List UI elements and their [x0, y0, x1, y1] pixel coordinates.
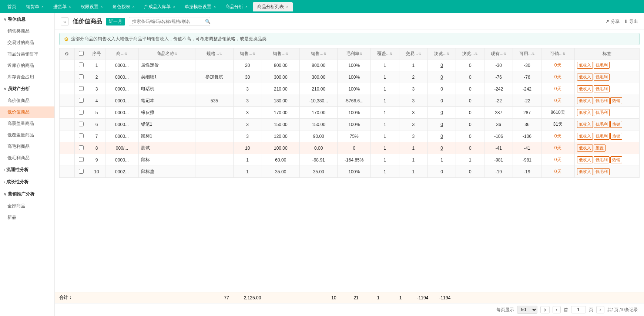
col-spec[interactable]: 规格...⇅	[195, 48, 233, 60]
sidebar-item-all-products[interactable]: 全部商品	[0, 200, 54, 212]
cell-checkbox[interactable]	[74, 130, 88, 142]
sidebar-item-stock-capital[interactable]: 库存资金占用	[0, 71, 54, 83]
sidebar-item-low-gross[interactable]: 低毛利商品	[0, 152, 54, 164]
row-checkbox[interactable]	[79, 62, 84, 67]
share-button[interactable]: ↗ 分享	[606, 18, 620, 25]
cell-checkbox[interactable]	[74, 95, 88, 107]
browse1-link[interactable]: 1	[440, 157, 443, 163]
cell-browse1[interactable]: 0	[427, 60, 456, 71]
browse1-link[interactable]: 0	[440, 110, 443, 115]
nav-role-auth[interactable]: 角色授权 ×	[108, 2, 139, 11]
sidebar-item-category-sales-rate[interactable]: 商品分类销售率	[0, 48, 54, 60]
sidebar-section-liquidity[interactable]: › 流通性分析	[0, 164, 54, 176]
cell-checkbox[interactable]	[74, 142, 88, 154]
cell-checkbox[interactable]	[74, 83, 88, 95]
col-s3[interactable]: 销售...⇅	[300, 48, 338, 60]
browse1-link[interactable]: 0	[440, 98, 443, 103]
row-checkbox[interactable]	[79, 157, 84, 162]
per-page-select[interactable]: 50 100 200	[517, 306, 537, 314]
first-page-button[interactable]: |‹	[540, 306, 550, 313]
cell-checkbox[interactable]	[74, 166, 88, 178]
col-checkbox[interactable]	[74, 48, 88, 60]
row-checkbox[interactable]	[79, 86, 84, 91]
col-s2[interactable]: 销售...⇅	[262, 48, 299, 60]
col-avail[interactable]: 可用...⇅	[513, 48, 541, 60]
sidebar-item-high-coverage[interactable]: 高覆盖量商品	[0, 118, 54, 129]
page-input[interactable]	[571, 306, 586, 313]
sidebar-section-marketing[interactable]: ∨ 营销推广分析	[0, 188, 54, 200]
cell-checkbox[interactable]	[74, 107, 88, 119]
close-icon[interactable]: ×	[41, 5, 44, 9]
cell-browse1[interactable]: 1	[427, 154, 456, 166]
nav-sales-order[interactable]: 销货单 ×	[21, 2, 48, 11]
cell-browse1[interactable]: 0	[427, 107, 456, 119]
export-button[interactable]: ⬇ 导出	[624, 18, 638, 25]
sidebar-item-near-stock[interactable]: 近库存的商品	[0, 60, 54, 71]
search-icon[interactable]: 🔍	[205, 19, 211, 24]
col-saleable[interactable]: 可销...⇅	[541, 48, 574, 60]
prev-page-button[interactable]: ‹	[553, 306, 561, 313]
nav-product-analysis[interactable]: 商品分析 ×	[221, 2, 252, 11]
row-checkbox[interactable]	[79, 169, 84, 174]
sidebar-item-low-coverage[interactable]: 低覆盖量商品	[0, 129, 54, 141]
nav-home[interactable]: 首页	[3, 2, 21, 11]
close-icon[interactable]: ×	[214, 5, 216, 9]
col-cover[interactable]: 覆盖...⇅	[371, 48, 399, 60]
sidebar-item-high-value[interactable]: 高价值商品	[0, 95, 54, 106]
cell-browse1[interactable]: 0	[427, 83, 456, 95]
nav-product-analysis-list[interactable]: 商品分析列表 ×	[253, 2, 293, 11]
row-checkbox[interactable]	[79, 74, 84, 79]
col-code[interactable]: 商...⇅	[105, 48, 139, 60]
row-checkbox[interactable]	[79, 133, 84, 138]
nav-product-inbound[interactable]: 产成品入库单 ×	[140, 2, 180, 11]
browse1-link[interactable]: 0	[440, 75, 443, 80]
next-page-button[interactable]: ›	[596, 306, 604, 313]
row-checkbox[interactable]	[79, 145, 84, 150]
sidebar-item-traded-products[interactable]: 交易过的商品	[0, 37, 54, 48]
nav-purchase-order[interactable]: 进货单 ×	[49, 2, 76, 11]
cell-browse1[interactable]: 0	[427, 95, 456, 107]
sidebar-item-high-gross[interactable]: 高毛利商品	[0, 141, 54, 152]
nav-template-settings[interactable]: 单据模板设置 ×	[180, 2, 220, 11]
search-input[interactable]	[129, 17, 210, 26]
col-trade[interactable]: 交易...⇅	[399, 48, 427, 60]
close-icon[interactable]: ×	[286, 5, 288, 9]
cell-checkbox[interactable]	[74, 60, 88, 71]
browse1-link[interactable]: 0	[440, 134, 443, 139]
cell-browse1[interactable]: 0	[427, 166, 456, 178]
col-browse1[interactable]: 浏览...⇅	[427, 48, 456, 60]
cell-browse1[interactable]: 0	[427, 71, 456, 83]
sidebar-section-asset[interactable]: ∨ 员财产分析	[0, 83, 54, 95]
browse1-link[interactable]: 0	[440, 122, 443, 127]
collapse-button[interactable]: «	[61, 17, 69, 26]
close-icon[interactable]: ×	[69, 5, 71, 9]
col-s1[interactable]: 销售...⇅	[233, 48, 262, 60]
sidebar-section-growth[interactable]: › 成长性分析	[0, 176, 54, 188]
cell-browse1[interactable]: 0	[427, 142, 456, 154]
cell-checkbox[interactable]	[74, 71, 88, 83]
sidebar-item-new-products[interactable]: 新品	[0, 212, 54, 223]
cell-checkbox[interactable]	[74, 119, 88, 130]
col-settings[interactable]: ⚙	[60, 48, 75, 60]
row-checkbox[interactable]	[79, 122, 84, 126]
browse1-link[interactable]: 0	[440, 86, 443, 92]
row-checkbox[interactable]	[79, 98, 84, 103]
close-icon[interactable]: ×	[245, 5, 248, 9]
col-browse2[interactable]: 浏览...⇅	[456, 48, 484, 60]
cell-checkbox[interactable]	[74, 154, 88, 166]
sidebar-item-sales-products[interactable]: 销售类商品	[0, 26, 54, 37]
cell-browse1[interactable]: 0	[427, 119, 456, 130]
cell-browse1[interactable]: 0	[427, 130, 456, 142]
period-badge[interactable]: 近一月	[106, 18, 125, 26]
sidebar-item-low-value[interactable]: 低价值商品	[0, 106, 54, 118]
col-cur[interactable]: 现有...⇅	[484, 48, 513, 60]
browse1-link[interactable]: 0	[440, 63, 443, 68]
sidebar-section-overall[interactable]: ∨ 整体信息	[0, 13, 54, 26]
nav-permission[interactable]: 权限设置 ×	[76, 2, 107, 11]
close-icon[interactable]: ×	[101, 5, 103, 9]
select-all-checkbox[interactable]	[79, 51, 84, 56]
col-gross[interactable]: 毛利率⇅	[338, 48, 371, 60]
browse1-link[interactable]: 0	[440, 169, 443, 174]
browse1-link[interactable]: 0	[440, 146, 443, 151]
row-checkbox[interactable]	[79, 110, 84, 115]
